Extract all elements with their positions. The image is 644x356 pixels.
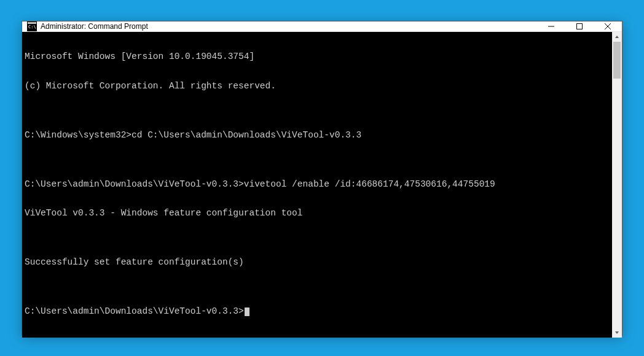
terminal-line: Microsoft Windows [Version 10.0.19045.37… [25,52,610,62]
svg-text:C:\: C:\ [28,25,36,29]
terminal-line: C:\Users\admin\Downloads\ViVeTool-v0.3.3… [25,180,610,190]
svg-marker-7 [615,36,619,38]
cmd-icon: C:\ [27,21,37,31]
minimize-button[interactable] [537,21,565,31]
svg-rect-1 [28,22,36,24]
terminal-line: Successfully set feature configuration(s… [25,258,610,268]
terminal-output[interactable]: Microsoft Windows [Version 10.0.19045.37… [22,32,612,338]
scrollbar-up-arrow[interactable] [612,32,622,42]
terminal-line: C:\Windows\system32>cd C:\Users\admin\Do… [25,131,610,141]
terminal-line: (c) Microsoft Corporation. All rights re… [25,82,610,91]
svg-rect-4 [577,23,583,29]
terminal-wrapper: Microsoft Windows [Version 10.0.19045.37… [22,32,622,338]
vertical-scrollbar[interactable] [612,32,622,338]
window-controls [537,21,622,31]
prompt: C:\Users\admin\Downloads\ViVeTool-v0.3.3… [25,306,244,316]
scrollbar-thumb[interactable] [613,42,621,79]
svg-marker-8 [615,331,619,334]
command-text: vivetool /enable /id:46686174,47530616,4… [244,179,495,189]
scrollbar-down-arrow[interactable] [612,328,622,338]
close-button[interactable] [594,21,622,31]
titlebar[interactable]: C:\ Administrator: Command Prompt [22,21,622,32]
prompt: C:\Windows\system32> [25,130,132,140]
command-text: cd C:\Users\admin\Downloads\ViVeTool-v0.… [132,130,361,140]
maximize-button[interactable] [565,21,594,31]
command-prompt-window: C:\ Administrator: Command Prompt Micros… [22,21,622,336]
scrollbar-track[interactable] [612,42,622,328]
prompt: C:\Users\admin\Downloads\ViVeTool-v0.3.3… [25,179,244,189]
terminal-line: C:\Users\admin\Downloads\ViVeTool-v0.3.3… [25,307,610,317]
cursor [245,308,249,316]
terminal-line: ViVeTool v0.3.3 - Windows feature config… [25,209,610,219]
window-title: Administrator: Command Prompt [41,22,537,31]
